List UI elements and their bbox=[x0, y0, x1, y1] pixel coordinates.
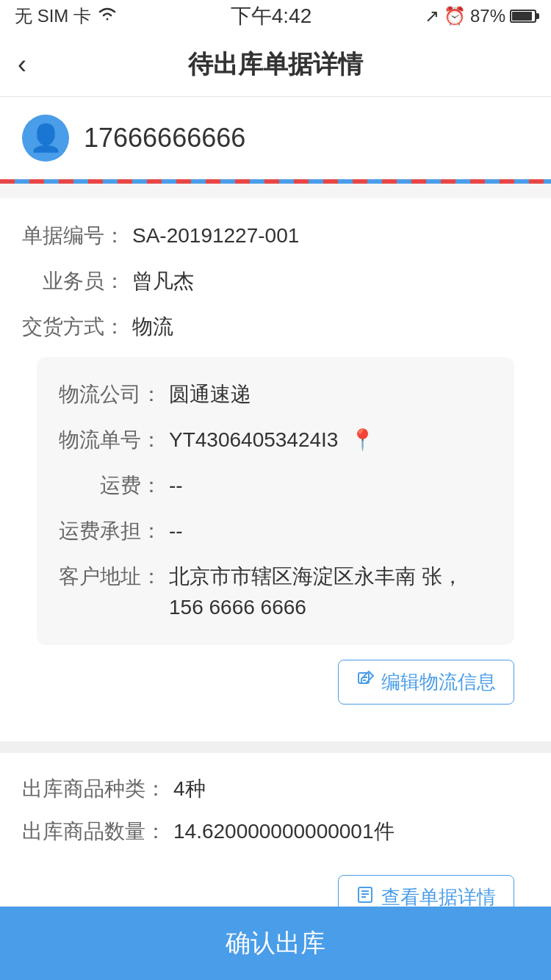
logistics-company-row: 物流公司： 圆通速递 bbox=[59, 379, 492, 410]
salesperson-label: 业务员： bbox=[22, 266, 125, 297]
document-icon bbox=[356, 886, 374, 909]
battery-icon bbox=[510, 10, 536, 23]
goods-quantity-value: 14.620000000000001件 bbox=[166, 818, 529, 846]
page-title: 待出库单据详情 bbox=[188, 48, 363, 82]
status-icons: ↗ ⏰ 87% bbox=[425, 6, 536, 26]
freight-bearer-value: -- bbox=[162, 516, 492, 547]
edit-icon bbox=[356, 671, 374, 693]
wifi-icon bbox=[97, 6, 118, 26]
order-info-section: 单据编号： SA-20191227-001 业务员： 曾凡杰 交货方式： 物流 … bbox=[0, 198, 551, 741]
status-bar: 无 SIM 卡 下午4:42 ↗ ⏰ 87% bbox=[0, 0, 551, 32]
goods-type-row: 出库商品种类： 4种 bbox=[22, 775, 529, 803]
logistics-box: 物流公司： 圆通速递 物流单号： YT43064053424I3 📍 运费： -… bbox=[37, 357, 514, 645]
user-icon: 👤 bbox=[29, 123, 62, 154]
logistics-company-value: 圆通速递 bbox=[162, 379, 492, 410]
alarm-icon: ⏰ bbox=[444, 6, 466, 26]
customer-header: 👤 17666666666 bbox=[0, 97, 551, 179]
goods-quantity-row: 出库商品数量： 14.620000000000001件 bbox=[22, 818, 529, 846]
logistics-tracking-label: 物流单号： bbox=[59, 425, 162, 455]
section-divider bbox=[0, 741, 551, 753]
address-row: 客户地址： 北京市市辖区海淀区永丰南 张，156 6666 6666 bbox=[59, 561, 492, 623]
doc-number-row: 单据编号： SA-20191227-001 bbox=[22, 220, 529, 251]
goods-type-label: 出库商品种类： bbox=[22, 775, 166, 803]
freight-row: 运费： -- bbox=[59, 470, 492, 501]
salesperson-row: 业务员： 曾凡杰 bbox=[22, 266, 529, 297]
doc-number-value: SA-20191227-001 bbox=[125, 220, 529, 251]
freight-label: 运费： bbox=[59, 470, 162, 501]
customer-phone: 17666666666 bbox=[84, 123, 245, 154]
carrier-text: 无 SIM 卡 bbox=[15, 4, 91, 28]
delivery-method-label: 交货方式： bbox=[22, 311, 125, 342]
freight-bearer-label: 运费承担： bbox=[59, 516, 162, 547]
logistics-tracking-value: YT43064053424I3 📍 bbox=[162, 425, 492, 455]
status-time: 下午4:42 bbox=[231, 2, 312, 30]
dashed-divider bbox=[0, 179, 551, 184]
logistics-company-label: 物流公司： bbox=[59, 379, 162, 410]
confirm-outbound-button[interactable]: 确认出库 bbox=[0, 907, 551, 980]
logistics-tracking-row: 物流单号： YT43064053424I3 📍 bbox=[59, 425, 492, 455]
address-label: 客户地址： bbox=[59, 561, 162, 592]
doc-number-label: 单据编号： bbox=[22, 220, 125, 251]
confirm-btn-label: 确认出库 bbox=[226, 926, 325, 960]
avatar: 👤 bbox=[22, 115, 69, 162]
goods-type-value: 4种 bbox=[166, 775, 529, 803]
back-button[interactable]: ‹ bbox=[18, 49, 26, 80]
nav-bar: ‹ 待出库单据详情 bbox=[0, 32, 551, 97]
goods-quantity-label: 出库商品数量： bbox=[22, 818, 166, 846]
map-location-icon[interactable]: 📍 bbox=[350, 425, 375, 455]
edit-logistics-button[interactable]: 编辑物流信息 bbox=[338, 660, 514, 705]
delivery-method-value: 物流 bbox=[125, 311, 529, 342]
edit-btn-wrapper: 编辑物流信息 bbox=[22, 645, 529, 719]
address-value: 北京市市辖区海淀区永丰南 张，156 6666 6666 bbox=[162, 561, 492, 623]
edit-logistics-label: 编辑物流信息 bbox=[381, 669, 496, 695]
status-carrier: 无 SIM 卡 bbox=[15, 4, 118, 28]
freight-bearer-row: 运费承担： -- bbox=[59, 516, 492, 547]
battery-text: 87% bbox=[470, 6, 505, 26]
delivery-method-row: 交货方式： 物流 bbox=[22, 311, 529, 342]
location-arrow-icon: ↗ bbox=[425, 6, 439, 26]
salesperson-value: 曾凡杰 bbox=[125, 266, 529, 297]
freight-value: -- bbox=[162, 470, 492, 501]
